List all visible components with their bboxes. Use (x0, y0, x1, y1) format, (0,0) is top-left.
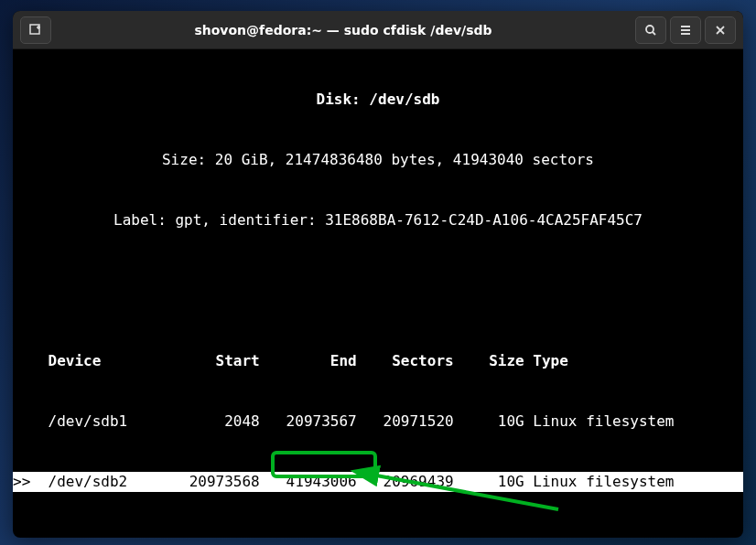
new-tab-button[interactable] (20, 16, 51, 44)
terminal-window: shovon@fedora:~ — sudo cfdisk /dev/sdb D… (13, 11, 743, 538)
search-icon (643, 23, 658, 37)
menu-button[interactable] (670, 16, 701, 44)
search-button[interactable] (635, 16, 666, 44)
partition-row-2-selected[interactable]: >> /dev/sdb2 20973568 41943006 20969439 … (13, 472, 743, 492)
blank (13, 271, 743, 291)
close-icon (713, 23, 728, 37)
svg-line-4 (653, 32, 655, 35)
new-tab-icon (28, 23, 43, 37)
close-button[interactable] (705, 16, 736, 44)
titlebar: shovon@fedora:~ — sudo cfdisk /dev/sdb (13, 11, 743, 49)
label-header: Label: gpt, identifier: 31E868BA-7612-C2… (13, 210, 743, 230)
disk-header: Disk: /dev/sdb (13, 90, 743, 110)
terminal-body[interactable]: Disk: /dev/sdb Size: 20 GiB, 21474836480… (13, 49, 743, 538)
hamburger-icon (678, 23, 693, 37)
size-header: Size: 20 GiB, 21474836480 bytes, 4194304… (13, 150, 743, 170)
svg-point-3 (646, 26, 653, 33)
window-title: shovon@fedora:~ — sudo cfdisk /dev/sdb (53, 23, 633, 37)
partition-row-1[interactable]: /dev/sdb1 2048 20973567 20971520 10G Lin… (13, 411, 743, 432)
table-header: Device Start End Sectors Size Type (13, 351, 743, 371)
